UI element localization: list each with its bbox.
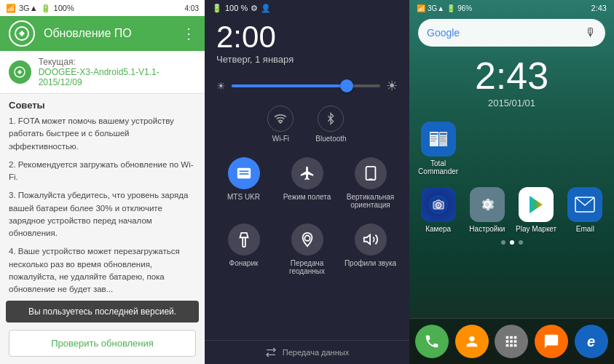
svg-rect-13 <box>430 136 436 138</box>
app-empty-3 <box>562 117 608 180</box>
dock-phone[interactable] <box>415 325 449 358</box>
apps-icon <box>503 333 519 349</box>
p2-status-left: 🔋 100 % ⚙ 👤 <box>212 4 271 13</box>
svg-marker-8 <box>363 235 369 245</box>
mic-icon[interactable]: 🎙 <box>585 26 597 39</box>
panel-software-update: 📶 3G▲ 🔋 100% 4:03 Обновление ПО ⋮ Текуща… <box>0 0 205 364</box>
transfer-label: Передача данных <box>283 348 349 357</box>
wifi-toggle-icon <box>267 106 294 132</box>
tip-4: 4. Ваше устройство может перезагружаться… <box>9 245 196 296</box>
transfer-icon <box>265 347 277 358</box>
p2-clock: 2:00 <box>205 16 409 52</box>
app-empty-1 <box>464 117 510 180</box>
svg-rect-12 <box>430 133 438 135</box>
app-total-commander[interactable]: Total Commander <box>415 117 461 180</box>
menu-icon[interactable]: ⋮ <box>181 25 196 42</box>
svg-rect-3 <box>239 170 248 172</box>
dock-contacts[interactable] <box>455 325 489 358</box>
check-update-button[interactable]: Проверить обновления <box>9 330 196 357</box>
quick-actions-grid: MTS UKR Режим полета Вертикальная ориент… <box>205 149 409 284</box>
toast-message: Вы пользуетесь последней версией. <box>6 301 199 323</box>
battery-icon: 🔋 <box>41 4 51 13</box>
status-bar-panel1: 📶 3G▲ 🔋 100% 4:03 <box>0 0 205 16</box>
p3-wifi-icon: 📶 <box>417 4 425 12</box>
status-bar-left: 📶 3G▲ 🔋 100% <box>6 4 74 13</box>
email-label: Email <box>576 225 594 233</box>
google-logo-text: Google <box>427 27 460 39</box>
dot-1 <box>501 240 505 245</box>
brightness-fill <box>232 84 343 87</box>
play-market-label: Play Маркет <box>516 225 556 233</box>
dock-browser[interactable]: e <box>575 325 608 358</box>
email-icon <box>567 187 602 222</box>
version-value: DOOGEE-X3-Android5.1-V1.1-2015/12/09 <box>39 67 196 87</box>
dock-apps-drawer[interactable] <box>495 325 528 358</box>
quick-toggles-row: Wi-Fi Bluetooth <box>205 100 409 149</box>
rotation-label: Вертикальная ориентация <box>343 193 398 209</box>
flight-mode-action[interactable]: Режим полета <box>277 151 337 215</box>
p3-battery-icon: 🔋 <box>446 4 455 12</box>
app-title: Обновление ПО <box>44 27 173 40</box>
google-search-bar[interactable]: Google 🎙 <box>418 19 605 47</box>
p3-status-left: 📶 3G▲ 🔋 96% <box>417 4 472 12</box>
flight-mode-label: Режим полета <box>283 193 331 201</box>
mts-ukr-icon <box>228 157 260 189</box>
p2-date: Четверг, 1 января <box>205 52 409 72</box>
settings-label: Настройки <box>469 225 505 233</box>
svg-rect-18 <box>440 138 445 140</box>
flashlight-action[interactable]: Фонарик <box>213 218 274 281</box>
app-logo <box>9 20 35 47</box>
brightness-slider[interactable] <box>232 84 380 87</box>
mts-ukr-action[interactable]: MTS UKR <box>213 151 274 215</box>
play-market-svg <box>525 194 547 215</box>
messages-icon <box>543 333 559 349</box>
rotation-action[interactable]: Вертикальная ориентация <box>340 151 401 215</box>
bluetooth-label: Bluetooth <box>315 135 346 143</box>
battery-level: 100% <box>54 4 74 12</box>
svg-rect-15 <box>430 141 436 142</box>
tip-2: 2. Рекомендуется загружать обновление по… <box>9 159 196 184</box>
app-header: Обновление ПО ⋮ <box>0 16 205 51</box>
app-play-market[interactable]: Play Маркет <box>513 183 559 237</box>
settings-icon <box>470 187 505 222</box>
tips-title: Советы <box>9 100 196 111</box>
brightness-high-icon: ☀ <box>386 78 398 94</box>
wifi-toggle[interactable]: Wi-Fi <box>267 106 294 143</box>
bluetooth-toggle[interactable]: Bluetooth <box>315 106 346 143</box>
version-label: Текущая: <box>39 57 196 67</box>
dock-messages[interactable] <box>535 325 568 358</box>
flashlight-label: Фонарик <box>229 259 259 267</box>
network-type: 3G▲ <box>19 4 38 12</box>
geo-transfer-action[interactable]: Передача геоданных <box>277 218 337 281</box>
sound-profiles-icon <box>355 223 387 256</box>
svg-point-7 <box>304 236 310 241</box>
svg-rect-17 <box>440 136 446 138</box>
p3-time: 2:43 <box>591 4 607 12</box>
svg-rect-16 <box>440 133 446 135</box>
app-settings[interactable]: Настройки <box>464 183 510 237</box>
bluetooth-toggle-icon <box>318 106 344 132</box>
brightness-row[interactable]: ☀ ☀ <box>205 72 409 100</box>
flight-mode-icon <box>291 157 323 189</box>
app-camera[interactable]: Камера <box>415 183 461 237</box>
p3-battery: 96% <box>457 4 472 12</box>
sound-profiles-action[interactable]: Профили звука <box>340 218 401 281</box>
status-bar-panel3: 📶 3G▲ 🔋 96% 2:43 <box>409 0 614 16</box>
p2-settings-icon: ⚙ <box>251 4 258 13</box>
app-email[interactable]: Email <box>562 183 608 237</box>
contacts-icon <box>464 333 480 349</box>
dock-bar: e <box>409 318 614 364</box>
app-grid: Total Commander <box>409 117 614 180</box>
status-bar-panel2: 🔋 100 % ⚙ 👤 <box>205 0 409 16</box>
dot-3 <box>519 240 523 245</box>
total-commander-icon <box>421 122 456 157</box>
wifi-label: Wi-Fi <box>272 135 289 143</box>
email-svg <box>575 197 595 213</box>
current-version-row: Текущая: DOOGEE-X3-Android5.1-V1.1-2015/… <box>0 51 205 94</box>
camera-svg <box>428 194 449 215</box>
dot-2-active <box>510 240 514 245</box>
p2-user-icon: 👤 <box>261 4 271 13</box>
app-empty-2 <box>513 117 559 180</box>
flashlight-icon <box>228 223 260 256</box>
total-commander-svg <box>427 127 450 151</box>
